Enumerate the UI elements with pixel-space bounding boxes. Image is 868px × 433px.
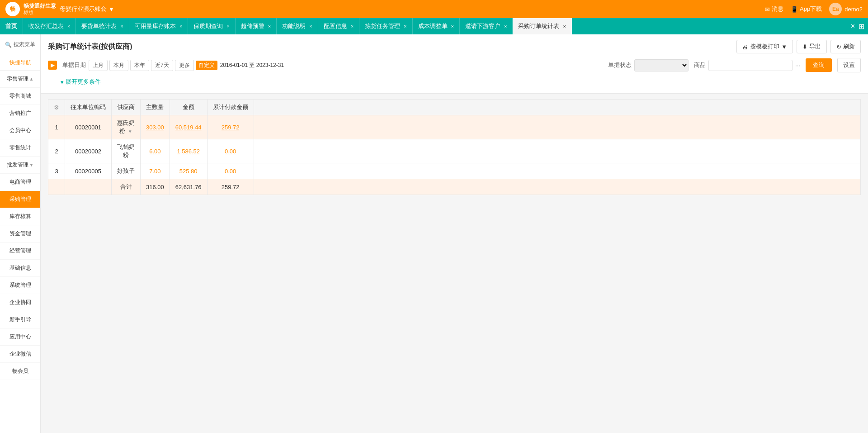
nav-maximize-btn[interactable]: ⊞ [859,22,864,31]
close-tab-available-stock[interactable]: × [179,24,182,29]
tab-picking-task[interactable]: 拣货任务管理 × [359,18,412,34]
close-tab-invite-downstream[interactable]: × [504,24,507,29]
filter-row-1: ▶ 单据日期 上月 本月 本年 近7天 更多 自定义 2016-01-01 至 … [48,58,861,72]
cell-supplier-code-2: 00020002 [65,139,112,163]
cell-supplier-code-3: 00020005 [65,163,112,179]
close-tab-overstock-warning[interactable]: × [268,24,271,29]
close-tab-order-summary[interactable]: × [120,24,123,29]
nav-close-btn[interactable]: × [851,22,855,30]
tab-shelf-life[interactable]: 保质期查询 × [188,18,235,34]
table-row: 2 00020002 飞鹤奶粉 6.00 1,586.52 0.00 [48,139,861,163]
chevron-down-icon-2: ▼ [29,162,34,167]
cell-paid-amount-1: 259.72 [207,115,254,139]
sidebar-item-enterprise-wechat[interactable]: 企业微信 [0,346,40,363]
company-selector[interactable]: 母婴行业演示账套 ▼ [60,5,114,13]
sidebar-item-member-center[interactable]: 会员中心 [0,122,40,139]
search-menu-btn[interactable]: 🔍 搜索菜单 [4,39,37,50]
goods-more-icon[interactable]: ··· [795,62,800,69]
sidebar-item-premium-member[interactable]: 畅会员 [0,363,40,380]
status-select[interactable] [634,59,689,71]
sidebar-item-retail-management[interactable]: 零售管理 ▲ [0,71,40,88]
date-btn-more[interactable]: 更多 [175,60,194,71]
user-name: demo2 [844,6,863,13]
search-icon: 🔍 [5,42,12,48]
chevron-down-icon-row1: ▼ [128,129,132,134]
close-tab-cost-adjust[interactable]: × [451,24,454,29]
sidebar-item-system-management[interactable]: 系统管理 [0,277,40,294]
sidebar-search-area: 🔍 搜索菜单 [0,34,40,55]
app-download-btn[interactable]: 📱 App下载 [791,5,822,13]
footer-amount: 62,631.76 [170,179,207,195]
export-btn[interactable]: ⬇ 导出 [797,40,827,53]
goods-label: 商品 [694,61,706,69]
tab-purchase-summary[interactable]: 采购订单统计表 × [513,18,571,34]
tab-receive-send[interactable]: 收发存汇总表 × [23,18,76,34]
tab-invite-downstream[interactable]: 邀请下游客户 × [460,18,513,34]
cell-main-qty-3: 7.00 [141,163,170,179]
sidebar-item-new-guide[interactable]: 新手引导 [0,311,40,328]
tab-function-desc[interactable]: 功能说明 × [277,18,318,34]
footer-main-qty: 316.00 [141,179,170,195]
template-print-btn[interactable]: 🖨 按模板打印 ▼ [736,40,793,53]
sidebar-item-enterprise-coop[interactable]: 企业协同 [0,294,40,311]
cell-supplier-2: 飞鹤奶粉 [112,139,141,163]
close-tab-receive-send[interactable]: × [67,24,70,29]
settings-icon[interactable]: ⚙ [54,104,59,111]
sidebar-item-wholesale-management[interactable]: 批发管理 ▼ [0,157,40,174]
tab-order-summary[interactable]: 要货单统计表 × [76,18,129,34]
filter-toggle-btn[interactable]: ▶ [48,61,57,70]
date-btn-last-month[interactable]: 上月 [89,60,108,71]
sidebar-item-marketing[interactable]: 营销推广 [0,105,40,122]
footer-row: 合计 316.00 62,631.76 259.72 [48,179,861,195]
tab-home[interactable]: 首页 [0,18,23,34]
date-filter-group: 单据日期 上月 本月 本年 近7天 更多 自定义 2016-01-01 至 20… [62,60,284,71]
brand-sub: 标版 [24,10,56,15]
settings-btn[interactable]: 设置 [837,58,861,72]
close-tab-picking-task[interactable]: × [404,24,406,29]
content-area: 采购订单统计表(按供应商) 🖨 按模板打印 ▼ ⬇ 导出 ↻ 刷新 [41,34,868,433]
tab-overstock-warning[interactable]: 超储预警 × [236,18,277,34]
nav-tabs: 首页 收发存汇总表 × 要货单统计表 × 可用量库存账本 × 保质期查询 × 超… [0,18,868,34]
dropdown-arrow-icon: ▼ [781,43,787,50]
date-btn-this-year[interactable]: 本年 [130,60,149,71]
col-settings[interactable]: ⚙ [48,100,65,115]
cell-no-2: 2 [48,139,65,163]
refresh-btn[interactable]: ↻ 刷新 [830,40,861,53]
sidebar-item-fund-management[interactable]: 资金管理 [0,225,40,243]
sidebar-item-retail-store[interactable]: 零售商城 [0,88,40,105]
table-row: 3 00020005 好孩子 7.00 525.80 0.00 [48,163,861,179]
user-area[interactable]: Ea demo2 [829,3,863,15]
sidebar-item-retail-stats[interactable]: 零售统计 [0,139,40,157]
tab-config-info[interactable]: 配置信息 × [318,18,359,34]
tab-cost-adjust[interactable]: 成本调整单 × [413,18,460,34]
sidebar-item-app-center[interactable]: 应用中心 [0,328,40,346]
sidebar-item-inventory-check[interactable]: 库存核算 [0,208,40,225]
cell-no-1: 1 [48,115,65,139]
sidebar-item-purchase-management[interactable]: 采购管理 [0,191,40,208]
tab-available-stock[interactable]: 可用量库存账本 × [129,18,188,34]
col-extra [254,100,860,115]
cell-amount-2: 1,586.52 [170,139,207,163]
close-tab-purchase-summary[interactable]: × [563,24,566,29]
message-btn[interactable]: ✉ 消息 [765,5,783,13]
date-btn-this-month[interactable]: 本月 [109,60,128,71]
expand-more-btn[interactable]: ▾ 展开更多条件 [61,75,101,89]
cell-main-qty-1: 303.00 [141,115,170,139]
quick-nav-btn[interactable]: 快捷导航 [0,55,40,71]
date-btn-7days[interactable]: 近7天 [151,60,173,71]
date-custom-badge[interactable]: 自定义 [196,61,217,70]
table-body: 1 00020001 惠氏奶粉 ▼ 303.00 60,519.44 259.7… [48,115,861,179]
sidebar-item-basic-info[interactable]: 基础信息 [0,260,40,277]
page-header: 采购订单统计表(按供应商) 🖨 按模板打印 ▼ ⬇ 导出 ↻ 刷新 [41,34,868,94]
cell-supplier-code-1: 00020001 [65,115,112,139]
message-icon: ✉ [765,6,770,13]
sidebar-item-operation-management[interactable]: 经营管理 [0,243,40,260]
close-tab-shelf-life[interactable]: × [226,24,229,29]
close-tab-function-desc[interactable]: × [309,24,312,29]
filter-area: ▶ 单据日期 上月 本月 本年 近7天 更多 自定义 2016-01-01 至 … [48,58,861,93]
sidebar-item-ecommerce-management[interactable]: 电商管理 [0,174,40,191]
goods-input[interactable] [708,60,793,71]
query-btn[interactable]: 查询 [806,58,832,72]
avatar: Ea [829,3,842,15]
close-tab-config-info[interactable]: × [351,24,354,29]
